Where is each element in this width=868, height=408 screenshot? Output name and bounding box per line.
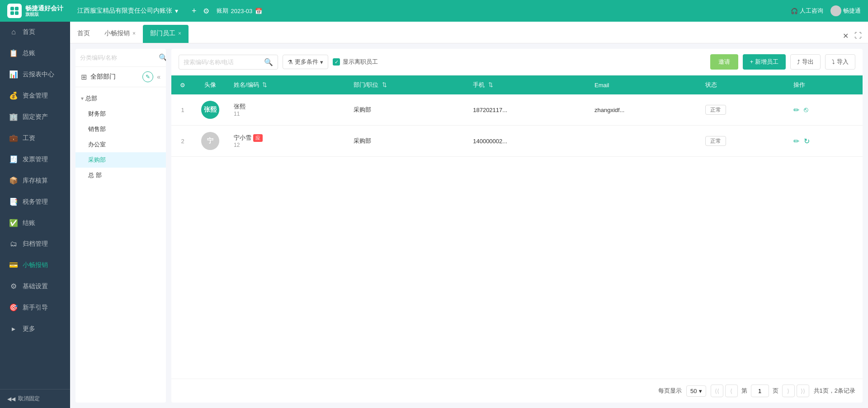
page-size-arrow: ▾ — [699, 388, 702, 394]
dept-node-root[interactable]: ▾ 总部 — [75, 91, 166, 106]
edit-icon[interactable]: ✏ — [793, 106, 799, 114]
employee-search-box[interactable]: 🔍 — [179, 55, 278, 70]
page-size-select[interactable]: 50 ▾ — [686, 385, 706, 397]
reports-icon: 📊 — [9, 70, 18, 79]
page-input[interactable] — [751, 385, 769, 397]
settlement-icon: ✅ — [9, 219, 18, 227]
delete-icon[interactable]: ↻ — [804, 137, 810, 145]
ledger-icon: 📋 — [9, 49, 18, 57]
employee-code: 11 — [234, 111, 339, 117]
col-phone[interactable]: 手机 ⇅ — [466, 75, 587, 94]
col-settings[interactable]: ⚙ — [171, 75, 194, 94]
show-resigned-area[interactable]: ✓ 显示离职员工 — [333, 58, 378, 66]
sidebar-label-settlement: 结账 — [23, 219, 35, 227]
tab-expense-close[interactable]: × — [132, 30, 136, 37]
dept-node-finance[interactable]: 财务部 — [75, 106, 166, 122]
sidebar-item-invoice[interactable]: 🧾 发票管理 — [0, 149, 70, 170]
invoice-icon: 🧾 — [9, 155, 18, 164]
col-status: 状态 — [698, 75, 786, 94]
dept-node-purchase[interactable]: 采购部 — [75, 152, 166, 168]
dept-search-input[interactable] — [80, 54, 156, 61]
dept-search-icon[interactable]: 🔍 — [159, 53, 166, 62]
app-sub: 旗舰版 — [25, 12, 63, 17]
close-window-btn[interactable]: ✕ — [841, 31, 850, 40]
dept-panel: 🔍 ⊞ 全部部门 ✎ « ▾ 总部 财务部 — [75, 49, 166, 403]
export-btn[interactable]: ⤴ 导出 — [790, 54, 821, 70]
page-nav: ⟨⟨ ⟨ 第 页 ⟩ ⟩⟩ — [711, 385, 809, 397]
logo-icon — [7, 4, 22, 18]
expense-icon: 💳 — [9, 261, 18, 269]
dept-node-finance-label: 财务部 — [88, 110, 106, 118]
sidebar-item-ledger[interactable]: 📋 总账 — [0, 42, 70, 64]
tax-icon: 📑 — [9, 197, 18, 206]
unpin-icon: ◀◀ — [7, 396, 15, 402]
sidebar-item-guide[interactable]: 🎯 新手引导 — [0, 297, 70, 318]
sidebar-item-assets[interactable]: 🏢 固定资产 — [0, 106, 70, 127]
import-btn[interactable]: ⤵ 导入 — [825, 54, 855, 70]
sidebar-item-more[interactable]: ▸ 更多 — [0, 318, 70, 339]
calendar-icon[interactable]: 📅 — [255, 8, 262, 14]
period-label: 账期 — [217, 7, 228, 15]
page-prev-btn[interactable]: ⟨ — [725, 385, 738, 397]
toolbar-right: 邀请 + 新增员工 ⤴ 导出 ⤵ 导入 — [710, 54, 855, 70]
settings-nav-icon: ⚙ — [9, 282, 18, 291]
dept-collapse-btn[interactable]: « — [157, 73, 160, 80]
sidebar-item-home[interactable]: ⌂ 首页 — [0, 22, 70, 42]
show-resigned-checkbox[interactable]: ✓ — [333, 58, 340, 66]
page-next-btn[interactable]: ⟩ — [782, 385, 795, 397]
action-cell: ✏↻ — [786, 126, 863, 157]
add-icon[interactable]: + — [192, 6, 197, 16]
filter-more-btn[interactable]: ⚗ 更多条件 ▾ — [283, 55, 328, 69]
sidebar-label-invoice: 发票管理 — [23, 155, 48, 164]
status-cell: 正常 — [698, 126, 786, 157]
sidebar-item-archive[interactable]: 🗂 归档管理 — [0, 234, 70, 254]
tab-home[interactable]: 首页 — [70, 25, 97, 43]
status-badge: 正常 — [705, 136, 726, 146]
logo-area: 畅捷通好会计 旗舰版 — [7, 4, 77, 18]
employee-name: 宁小雪 — [234, 134, 251, 142]
logout-icon[interactable]: ⎋ — [804, 106, 808, 114]
sidebar-item-tax[interactable]: 📑 税务管理 — [0, 191, 70, 212]
employee-search-icon[interactable]: 🔍 — [264, 58, 273, 66]
dept-node-hq[interactable]: 总 部 — [75, 168, 166, 183]
dept-node-root-label: 总部 — [85, 94, 97, 103]
user-btn[interactable]: 畅捷通 — [830, 5, 861, 16]
row-num: 1 — [171, 94, 194, 126]
page-first-btn[interactable]: ⟨⟨ — [711, 385, 723, 397]
employee-search-input[interactable] — [184, 59, 261, 66]
sidebar-item-settlement[interactable]: ✅ 结账 — [0, 212, 70, 234]
tab-dept-employee[interactable]: 部门员工 × — [143, 25, 189, 43]
export-icon: ⤴ — [797, 59, 800, 66]
dept-all-header[interactable]: ⊞ 全部部门 ✎ « — [75, 67, 166, 87]
sidebar-label-ledger: 总账 — [23, 49, 35, 57]
invite-btn[interactable]: 邀请 — [710, 54, 738, 70]
email-cell — [587, 126, 698, 157]
maximize-window-btn[interactable]: ⛶ — [854, 31, 863, 40]
avatar-cell: 宁 — [194, 126, 226, 157]
sidebar-item-funds[interactable]: 💰 资金管理 — [0, 85, 70, 106]
unpin-btn[interactable]: ◀◀ 取消固定 — [0, 389, 70, 408]
sidebar-item-reports[interactable]: 📊 云报表中心 — [0, 64, 70, 85]
tab-expense[interactable]: 小畅报销 × — [97, 25, 143, 43]
dept-edit-btn[interactable]: ✎ — [142, 71, 153, 82]
sidebar-label-assets: 固定资产 — [23, 113, 48, 121]
support-btn[interactable]: 🎧 人工咨询 — [791, 7, 823, 15]
export-label: 导出 — [802, 58, 814, 66]
dept-node-office[interactable]: 办公室 — [75, 137, 166, 152]
sidebar-item-salary[interactable]: 💼 工资 — [0, 127, 70, 149]
period-value[interactable]: 2023-03 — [231, 8, 253, 14]
sidebar-item-settings[interactable]: ⚙ 基础设置 — [0, 276, 70, 297]
edit-icon[interactable]: ✏ — [793, 137, 799, 145]
page-last-btn[interactable]: ⟩⟩ — [797, 385, 809, 397]
sidebar-item-expense[interactable]: 💳 小畅报销 — [0, 254, 70, 276]
add-employee-btn[interactable]: + 新增员工 — [743, 54, 786, 70]
dept-node-sales[interactable]: 销售部 — [75, 122, 166, 137]
company-selector[interactable]: 江西服宝精品有限责任公司内账张 ▾ — [77, 7, 178, 15]
settings-icon[interactable]: ⚙ — [203, 7, 209, 15]
sidebar-item-inventory[interactable]: 📦 库存核算 — [0, 170, 70, 191]
col-dept[interactable]: 部门/职位 ⇅ — [346, 75, 466, 94]
tab-dept-close[interactable]: × — [178, 30, 181, 37]
dept-node-sales-label: 销售部 — [88, 125, 106, 133]
tab-dept-label: 部门员工 — [150, 29, 175, 38]
col-name[interactable]: 姓名/编码 ⇅ — [226, 75, 346, 94]
